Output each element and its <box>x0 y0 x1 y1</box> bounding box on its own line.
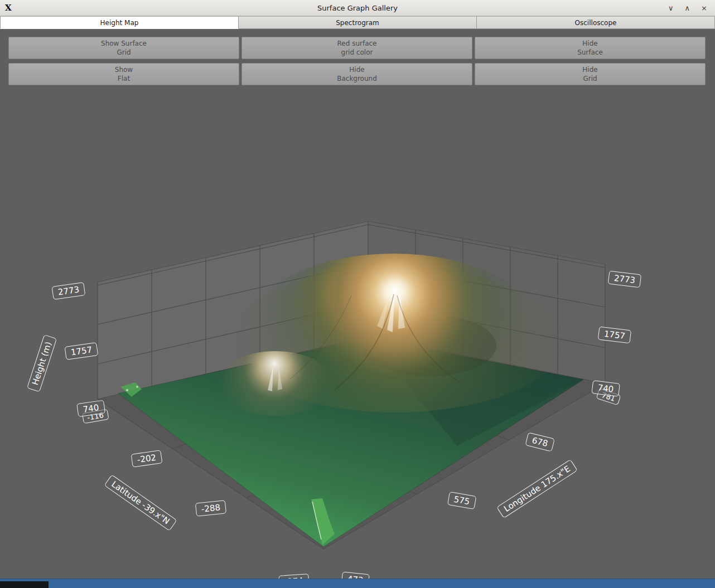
button-label-line2: Background <box>242 74 472 83</box>
button-label-line2: Grid <box>475 74 705 83</box>
button-label-line1: Show Surface <box>9 39 239 48</box>
maximize-icon[interactable]: ∧ <box>685 0 690 16</box>
taskbar-launcher[interactable] <box>0 581 49 588</box>
button-label-line1: Hide <box>475 39 705 48</box>
toolbar: Show Surface Grid Red surface grid color… <box>8 37 706 85</box>
window-title: Surface Graph Gallery <box>0 4 715 12</box>
close-icon[interactable]: × <box>701 0 707 16</box>
button-label-line2: Grid <box>9 48 239 57</box>
button-label-line2: grid color <box>242 48 472 57</box>
button-label-line1: Hide <box>475 65 705 74</box>
toggle-background-button[interactable]: Hide Background <box>241 63 472 85</box>
button-label-line1: Hide <box>242 65 472 74</box>
button-label-line1: Show <box>9 65 239 74</box>
button-label-line2: Surface <box>475 48 705 57</box>
tab-height-map[interactable]: Height Map <box>0 16 239 29</box>
surface-plot-canvas <box>0 29 715 579</box>
tab-bar: Height Map Spectrogram Oscilloscope <box>0 16 715 29</box>
button-label-line2: Flat <box>9 74 239 83</box>
shade-icon[interactable]: ∨ <box>668 0 674 16</box>
window-controls: ∨ ∧ × <box>668 0 715 16</box>
app-icon: X <box>5 3 12 13</box>
surface-grid-color-button[interactable]: Red surface grid color <box>241 37 472 59</box>
toggle-surface-grid-button[interactable]: Show Surface Grid <box>8 37 239 59</box>
surface-plot[interactable]: 2773 1757 Height (m) -116 740 2773 1757 … <box>0 29 715 579</box>
desktop-taskbar[interactable] <box>0 579 715 588</box>
toggle-grid-button[interactable]: Hide Grid <box>475 63 706 85</box>
tab-spectrogram[interactable]: Spectrogram <box>239 16 477 29</box>
titlebar: X Surface Graph Gallery ∨ ∧ × <box>0 0 715 16</box>
toggle-surface-button[interactable]: Hide Surface <box>475 37 706 59</box>
toggle-flat-shading-button[interactable]: Show Flat <box>8 63 239 85</box>
tab-oscilloscope[interactable]: Oscilloscope <box>477 16 715 29</box>
button-label-line1: Red surface <box>242 39 472 48</box>
